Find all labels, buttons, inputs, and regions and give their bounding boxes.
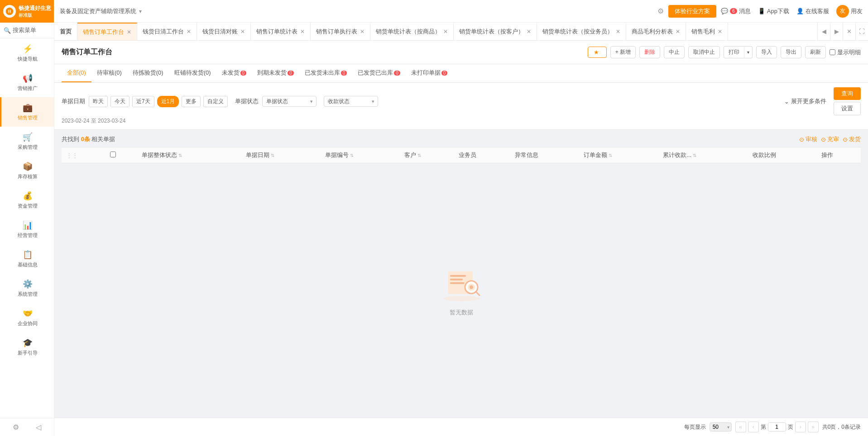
print-btn[interactable]: 打印 [724,46,744,58]
topbar-dropdown-icon[interactable]: ▾ [139,8,142,14]
filter-tab-pending-inspect[interactable]: 待拣验货(0) [127,64,169,82]
filter-tab-shipped-not-out[interactable]: 已发货未出库0 [299,64,353,82]
select-all-checkbox[interactable] [110,152,116,157]
filter-tab-wangpu-pending[interactable]: 旺铺待发货(0) [169,64,216,82]
tab-sales-stat-staff[interactable]: 销货单统计表（按业务员）✕ [537,23,626,40]
tab-sales-stat[interactable]: 销售订单统计表✕ [251,23,311,40]
tab-close-cash-daily[interactable]: ✕ [187,28,191,35]
payment-select[interactable]: 收款状态 [324,96,378,107]
col-header-amount[interactable]: 订单金额⇅ [579,147,658,163]
settings-btn[interactable]: 设置 [834,102,861,115]
tab-profit-analysis[interactable]: 商品毛利分析表✕ [626,23,686,40]
sidebar-item-enterprise[interactable]: 🤝企业协同 [0,303,54,332]
nav-label-purchase: 采购管理 [18,144,38,151]
filter-tab-shipped-out[interactable]: 已发货已出库0 [352,64,406,82]
message-action[interactable]: 💬 6 消息 [721,7,751,15]
date-btn-custom[interactable]: 自定义 [203,96,228,107]
sidebar-item-finance[interactable]: 💰资金管理 [0,185,54,215]
date-btn-last7[interactable]: 近7天 [132,96,154,107]
sidebar-item-business[interactable]: 📊经营管理 [0,215,54,244]
online-service-action[interactable]: 👤 在线客服 [796,7,829,15]
table-area: 共找到 0条 相关单据 ⊙审核⊙充审⊙发货 ⋮⋮单据整体状态⇅单据日期⇅单据编号… [54,130,868,417]
tab-cash-daily[interactable]: 钱货日清工作台✕ [137,23,197,40]
op-btn-review[interactable]: ⊙审核 [799,135,817,143]
tab-scroll-left[interactable]: ◀ [817,23,830,41]
tab-close-profit-analysis[interactable]: ✕ [676,28,680,35]
add-btn[interactable]: + 新增 [610,46,636,58]
query-btn[interactable]: 查询 [834,87,861,100]
tab-scroll-right[interactable]: ▶ [830,23,843,41]
filter-tab-label-not-shipped: 未发货 [222,69,240,76]
export-btn[interactable]: 导出 [781,46,801,58]
expand-btn[interactable]: ⌄ 展开更多条件 [784,97,826,105]
tab-close-sales-profit[interactable]: ✕ [718,28,722,35]
page-input[interactable] [768,422,786,431]
date-btn-yesterday[interactable]: 昨天 [89,96,108,107]
drag-icon: ⋮⋮ [66,152,78,159]
sidebar-item-inventory[interactable]: 📦库存核算 [0,156,54,185]
search-menu[interactable]: 🔍 搜索菜单 [0,23,54,38]
topbar-gear-icon[interactable]: ⚙ [657,7,664,15]
smart-create-btn[interactable]: ★ [588,47,607,58]
filter-tab-pending-review[interactable]: 待审核(0) [91,64,127,82]
next-page-btn[interactable]: › [795,422,806,432]
sidebar-item-marketing[interactable]: 📢营销推广 [0,68,54,97]
tab-sales-profit[interactable]: 销售毛利✕ [686,23,728,40]
col-header-customer[interactable]: 客户⇅ [400,147,454,163]
date-btn-more[interactable]: 更多 [182,96,201,107]
filter-tab-not-printed[interactable]: 未打印单据0 [406,64,453,82]
tab-close-sales-stat-staff[interactable]: ✕ [616,28,620,35]
op-btn-ship[interactable]: ⊙发货 [843,135,861,143]
col-header-date[interactable]: 单据日期⇅ [241,147,321,163]
sidebar-item-quick-nav[interactable]: ⚡快捷导航 [0,38,54,68]
sidebar-item-system[interactable]: ⚙️系统管理 [0,274,54,303]
first-page-btn[interactable]: « [735,422,746,432]
tab-maximize[interactable]: ⛶ [855,23,868,41]
tab-sales-exec[interactable]: 销售订单执行表✕ [311,23,370,40]
system-title: 装备及固定资产辅助管理系统 [60,7,136,15]
app-download-action[interactable]: 📱 App下载 [758,7,789,15]
col-header-collected[interactable]: 累计收款...⇅ [658,147,748,163]
filter-tab-all[interactable]: 全部(0) [62,64,91,82]
import-btn[interactable]: 导入 [756,46,777,58]
sidebar-item-sales[interactable]: 💼销售管理 [0,97,54,127]
filter-tab-not-shipped[interactable]: 未发货0 [216,64,252,82]
nav-icon-business: 📊 [23,220,33,230]
refresh-btn[interactable]: 刷新 [805,46,826,58]
settings-icon[interactable]: ⚙ [13,423,19,431]
prev-page-btn[interactable]: ‹ [748,422,759,432]
tab-sales-stat-customer[interactable]: 销货单统计表（按客户）✕ [454,23,537,40]
tab-close-cash-reconcile[interactable]: ✕ [240,28,245,35]
tab-home[interactable]: 首页 [54,23,77,40]
sidebar-item-basic[interactable]: 📋基础信息 [0,244,54,274]
page-size-select[interactable]: 50 10 20 100 [710,422,732,431]
tab-close-sales-stat-product[interactable]: ✕ [443,28,448,35]
show-detail-checkbox[interactable] [830,49,835,55]
user-action[interactable]: 友 用友 [836,5,863,18]
last-page-btn[interactable]: » [808,422,819,432]
col-header-number[interactable]: 单据编号⇅ [321,147,400,163]
op-btn-anti-review[interactable]: ⊙充审 [821,135,839,143]
tab-sales-workbench[interactable]: 销售订单工作台✕ [77,23,137,40]
tab-sales-stat-product[interactable]: 销货单统计表（按商品）✕ [370,23,454,40]
tab-label-sales-stat-staff: 销货单统计表（按业务员） [542,28,613,36]
date-btn-today[interactable]: 今天 [110,96,129,107]
tab-close-sales-workbench[interactable]: ✕ [127,29,131,35]
stop-btn[interactable]: 中止 [664,46,685,58]
tab-cash-reconcile[interactable]: 钱货日清对账✕ [197,23,251,40]
cancel-stop-btn[interactable]: 取消中止 [688,46,720,58]
print-dropdown-btn[interactable]: ▾ [744,46,753,58]
sidebar-item-purchase[interactable]: 🛒采购管理 [0,127,54,156]
filter-tab-overdue-not-shipped[interactable]: 到期未发货0 [252,64,299,82]
status-select[interactable]: 单据状态 [262,96,317,107]
tab-close-sales-stat-customer[interactable]: ✕ [527,28,531,35]
tab-close-sales-exec[interactable]: ✕ [360,28,364,35]
date-btn-last1month[interactable]: 近1月 [157,96,179,107]
collapse-icon[interactable]: ◁ [36,423,41,431]
sidebar-item-guide[interactable]: 🎓新手引导 [0,332,54,362]
delete-btn[interactable]: 删除 [639,46,660,58]
industry-btn[interactable]: 体验行业方案 [668,5,716,18]
col-header-status[interactable]: 单据整体状态⇅ [137,147,241,163]
tab-close-sales-stat[interactable]: ✕ [300,28,305,35]
tab-close-all[interactable]: ✕ [843,23,855,41]
